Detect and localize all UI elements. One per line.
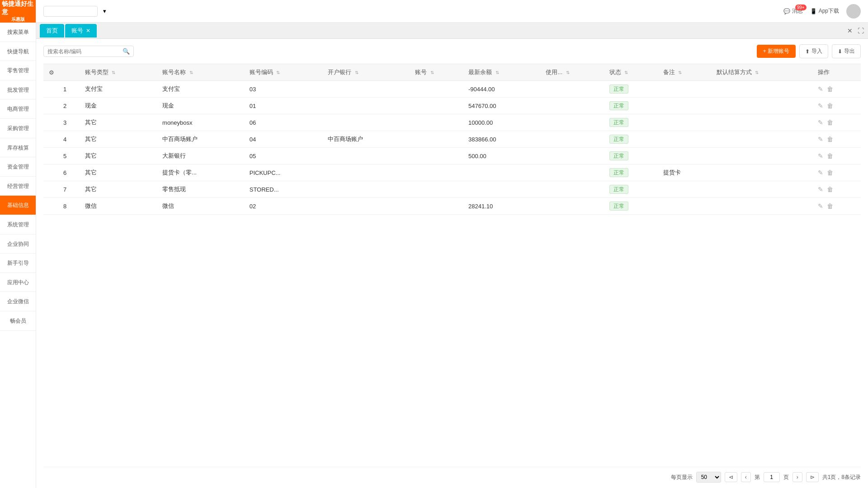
top-header: ▾ 💬 消息 99+ 📱 App下载 [36, 0, 868, 23]
col-settle[interactable]: 默认结算方式 ⇅ [713, 64, 815, 81]
logo-bottom: 乐惠版 [11, 16, 25, 23]
row-num: 7 [60, 181, 81, 198]
sidebar-item-operation[interactable]: 经营管理 [0, 177, 36, 196]
window-maximize-button[interactable]: ⛶ [857, 27, 864, 34]
app-download-button[interactable]: 📱 App下载 [810, 7, 839, 15]
col-gear[interactable]: ⚙ [43, 64, 60, 81]
status-badge: 正常 [609, 135, 628, 144]
sidebar-item-inventory[interactable]: 库存核算 [0, 138, 36, 158]
avatar[interactable] [846, 4, 861, 19]
row-action: ✎ 🗑 [814, 198, 861, 215]
sidebar-item-label: 经营管理 [7, 183, 29, 190]
row-status: 正常 [606, 131, 660, 148]
import-button[interactable]: ⬆ 导入 [799, 44, 828, 58]
sidebar-item-ecommerce[interactable]: 电商管理 [0, 99, 36, 119]
delete-button[interactable]: 🗑 [827, 136, 833, 143]
window-close-button[interactable]: ✕ [846, 27, 854, 34]
row-gear [43, 98, 60, 114]
col-account[interactable]: 账号 ⇅ [411, 64, 465, 81]
delete-button[interactable]: 🗑 [827, 152, 833, 160]
row-code: 01 [246, 98, 324, 114]
row-bank [324, 164, 411, 181]
first-page-button[interactable]: ⊲ [725, 472, 737, 482]
header-dropdown-icon[interactable]: ▾ [103, 8, 106, 14]
app-icon: 📱 [810, 8, 817, 14]
sidebar-item-retail[interactable]: 零售管理 [0, 61, 36, 80]
edit-button[interactable]: ✎ [818, 119, 823, 126]
row-gear [43, 148, 60, 164]
edit-button[interactable]: ✎ [818, 136, 823, 143]
sidebar-item-basic-info[interactable]: 基础信息 [0, 196, 36, 215]
import-label: 导入 [811, 47, 822, 55]
col-remark[interactable]: 备注 ⇅ [660, 64, 713, 81]
sidebar-item-system[interactable]: 系统管理 [0, 215, 36, 235]
delete-button[interactable]: 🗑 [827, 186, 833, 193]
row-name: 中百商场账户 [159, 131, 246, 148]
sidebar-item-purchase[interactable]: 采购管理 [0, 119, 36, 138]
delete-button[interactable]: 🗑 [827, 119, 833, 126]
sidebar-item-guide[interactable]: 新手引导 [0, 253, 36, 273]
status-badge: 正常 [609, 101, 628, 110]
row-name: 微信 [159, 198, 246, 215]
row-settle [713, 164, 815, 181]
row-type: 其它 [81, 148, 159, 164]
message-button[interactable]: 💬 消息 99+ [783, 7, 803, 15]
page-size-select[interactable]: 50 20 100 [696, 472, 721, 483]
row-code: 06 [246, 114, 324, 131]
delete-button[interactable]: 🗑 [827, 202, 833, 210]
page-input[interactable] [764, 472, 780, 482]
sidebar-item-search-menu[interactable]: 搜索菜单 [0, 23, 36, 42]
edit-button[interactable]: ✎ [818, 202, 823, 210]
row-remark: 提货卡 [660, 164, 713, 181]
edit-button[interactable]: ✎ [818, 169, 823, 176]
sidebar-item-label: 批发管理 [7, 87, 29, 94]
sidebar-item-wholesale[interactable]: 批发管理 [0, 80, 36, 100]
tab-home-label: 首页 [46, 27, 58, 35]
edit-button[interactable]: ✎ [818, 152, 823, 160]
sidebar-item-label: 采购管理 [7, 125, 29, 132]
delete-button[interactable]: 🗑 [827, 85, 833, 93]
col-type[interactable]: 账号类型 ⇅ [81, 64, 159, 81]
sidebar-item-capital[interactable]: 资金管理 [0, 157, 36, 177]
row-action: ✎ 🗑 [814, 114, 861, 131]
tab-close-icon[interactable]: ✕ [86, 28, 90, 34]
row-bank [324, 198, 411, 215]
sidebar-item-member[interactable]: 畅会员 [0, 311, 36, 331]
sidebar-item-wechat[interactable]: 企业微信 [0, 292, 36, 311]
next-page-button[interactable]: › [793, 472, 802, 482]
row-action: ✎ 🗑 [814, 148, 861, 164]
col-usage[interactable]: 使用... ⇅ [542, 64, 605, 81]
col-code[interactable]: 账号编码 ⇅ [246, 64, 324, 81]
row-name: 大新银行 [159, 148, 246, 164]
edit-button[interactable]: ✎ [818, 102, 823, 109]
search-input[interactable] [47, 48, 123, 55]
row-gear [43, 131, 60, 148]
row-remark [660, 131, 713, 148]
tab-home[interactable]: 首页 [40, 24, 64, 38]
col-bank[interactable]: 开户银行 ⇅ [324, 64, 411, 81]
sidebar-item-quick-nav[interactable]: 快捷导航 [0, 42, 36, 61]
search-box[interactable]: 🔍 [43, 46, 134, 57]
export-button[interactable]: ⬇ 导出 [832, 44, 861, 58]
edit-button[interactable]: ✎ [818, 186, 823, 193]
edit-button[interactable]: ✎ [818, 85, 823, 93]
row-account [411, 164, 465, 181]
add-account-button[interactable]: + 新增账号 [757, 45, 796, 58]
last-page-button[interactable]: ⊳ [806, 472, 819, 482]
row-remark [660, 181, 713, 198]
delete-button[interactable]: 🗑 [827, 102, 833, 109]
sidebar-item-enterprise[interactable]: 企业协同 [0, 235, 36, 254]
sidebar-item-app-center[interactable]: 应用中心 [0, 273, 36, 292]
tab-account[interactable]: 账号 ✕ [65, 24, 97, 38]
row-action: ✎ 🗑 [814, 164, 861, 181]
col-name[interactable]: 账号名称 ⇅ [159, 64, 246, 81]
row-status: 正常 [606, 148, 660, 164]
prev-page-button[interactable]: ‹ [741, 472, 751, 482]
col-balance[interactable]: 最新余额 ⇅ [465, 64, 542, 81]
delete-button[interactable]: 🗑 [827, 169, 833, 176]
message-badge: 99+ [795, 5, 807, 10]
header-search-input[interactable] [43, 6, 98, 17]
search-icon: 🔍 [123, 48, 130, 55]
row-status: 正常 [606, 114, 660, 131]
col-status[interactable]: 状态 ⇅ [606, 64, 660, 81]
